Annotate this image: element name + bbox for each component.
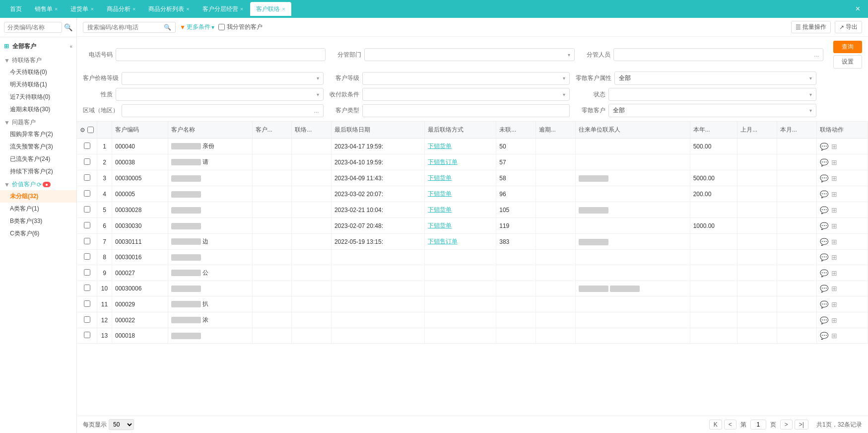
row-checkbox[interactable] (84, 222, 90, 228)
last-page-btn[interactable]: >| (795, 420, 808, 430)
tab-sales[interactable]: 销售单 × (29, 2, 64, 16)
grid-action-icon[interactable]: ⊞ (831, 206, 837, 214)
chat-action-icon[interactable]: 💬 (820, 158, 828, 166)
sidebar-collapse-icon[interactable]: « (69, 44, 72, 49)
row-checkbox[interactable] (84, 174, 90, 181)
person-more-dots[interactable]: ... (814, 51, 819, 58)
tab-purchase[interactable]: 进货单 × (65, 2, 99, 16)
grid-action-icon[interactable]: ⊞ (831, 158, 837, 166)
contact-method-link[interactable]: 下销售订单 (428, 158, 458, 165)
contact-method-link[interactable]: 下销货单 (428, 143, 452, 149)
sidebar-all-customers[interactable]: ⊞ 全部客户 « (0, 39, 76, 54)
batch-operation-btn[interactable]: ☰ 批量操作 (791, 21, 831, 33)
contact-method-link[interactable]: 下销售订单 (428, 238, 458, 245)
contact-method-link[interactable]: 下销货单 (428, 190, 452, 197)
row-checkbox[interactable] (84, 190, 90, 197)
nature-select[interactable]: ▾ (116, 88, 324, 101)
sidebar-item-overdue[interactable]: 逾期未联络(30) (0, 103, 76, 116)
sidebar-item-hoarding[interactable]: 囤购异常客户(2) (0, 128, 76, 141)
settings-icon[interactable]: ⚙ (80, 127, 85, 134)
phone-input[interactable] (116, 48, 326, 61)
chat-action-icon[interactable]: 💬 (820, 316, 828, 324)
sidebar-item-churn-warning[interactable]: 流失预警客户(3) (0, 141, 76, 153)
row-checkbox[interactable] (84, 206, 90, 213)
tab-home[interactable]: 首页 (4, 2, 28, 16)
sidebar-section-waiting[interactable]: ▼ 待联络客户 (0, 54, 76, 66)
payment-select[interactable]: ▾ (362, 88, 570, 101)
sidebar-item-class-c[interactable]: C类客户(6) (0, 227, 76, 240)
row-checkbox[interactable] (84, 269, 90, 276)
sidebar-item-class-b[interactable]: B类客户(33) (0, 215, 76, 227)
tab-product-analysis-close[interactable]: × (133, 6, 135, 12)
query-button[interactable]: 查询 (833, 41, 862, 53)
sidebar-item-tomorrow[interactable]: 明天待联络(1) (0, 78, 76, 91)
chat-action-icon[interactable]: 💬 (820, 285, 828, 292)
tab-customer-contact[interactable]: 客户联络 × (250, 2, 291, 16)
window-close-button[interactable]: × (852, 4, 864, 13)
sidebar-search-icon[interactable]: 🔍 (64, 23, 72, 31)
dept-select[interactable]: ▾ (364, 48, 574, 61)
retail-attr-select[interactable]: 全部 ▾ (614, 72, 816, 85)
prev-page-btn[interactable]: < (724, 420, 736, 430)
chat-action-icon[interactable]: 💬 (820, 238, 828, 246)
tab-customer-contact-close[interactable]: × (282, 6, 285, 12)
per-page-select[interactable]: 50 20 100 (109, 419, 134, 430)
sidebar-item-ungroup[interactable]: 未分组(32) (0, 190, 76, 203)
person-input[interactable]: ... (613, 48, 823, 61)
tab-customer-segment[interactable]: 客户分层经营 × (197, 2, 249, 16)
first-page-btn[interactable]: K (709, 420, 722, 430)
row-checkbox[interactable] (84, 143, 90, 149)
sidebar-item-class-a[interactable]: A类客户(1) (0, 203, 76, 215)
grid-action-icon[interactable]: ⊞ (831, 174, 837, 182)
tab-product-analysis-list-close[interactable]: × (186, 6, 189, 12)
row-checkbox[interactable] (84, 300, 90, 307)
cust-type-input[interactable] (362, 104, 570, 117)
more-conditions-btn[interactable]: ▼ 更多条件 ▾ (180, 23, 214, 31)
price-level-select[interactable]: ▾ (122, 72, 324, 85)
chat-action-icon[interactable]: 💬 (820, 253, 828, 261)
grid-action-icon[interactable]: ⊞ (831, 316, 837, 324)
sidebar-section-value[interactable]: ▼ 价值客户 ⟳ ● (0, 178, 76, 190)
grid-action-icon[interactable]: ⊞ (831, 222, 837, 230)
chat-action-icon[interactable]: 💬 (820, 332, 828, 340)
tab-product-analysis[interactable]: 商品分析 × (101, 2, 141, 16)
grid-action-icon[interactable]: ⊞ (831, 238, 837, 246)
row-checkbox[interactable] (84, 332, 90, 338)
main-search-icon[interactable]: 🔍 (164, 24, 171, 31)
contact-method-link[interactable]: 下销货单 (428, 206, 452, 213)
tab-product-analysis-list[interactable]: 商品分析列表 × (142, 2, 195, 16)
chat-action-icon[interactable]: 💬 (820, 269, 828, 277)
tab-sales-close[interactable]: × (55, 6, 58, 12)
contact-method-link[interactable]: 下销货单 (428, 174, 452, 181)
chat-action-icon[interactable]: 💬 (820, 206, 828, 214)
chat-action-icon[interactable]: 💬 (820, 190, 828, 198)
grid-action-icon[interactable]: ⊞ (831, 143, 837, 150)
region-input[interactable]: ... (122, 104, 324, 117)
sidebar-item-churned[interactable]: 已流失客户(24) (0, 153, 76, 165)
sidebar-item-7days[interactable]: 近7天待联络(0) (0, 91, 76, 103)
grid-action-icon[interactable]: ⊞ (831, 269, 837, 277)
grid-action-icon[interactable]: ⊞ (831, 253, 837, 261)
my-customers-filter[interactable]: 我分管的客户 (218, 23, 263, 31)
row-checkbox[interactable] (84, 316, 90, 323)
select-all-checkbox[interactable] (87, 127, 94, 133)
contact-method-link[interactable]: 下销货单 (428, 222, 452, 229)
row-checkbox[interactable] (84, 285, 90, 291)
row-checkbox[interactable] (84, 158, 90, 165)
chat-action-icon[interactable]: 💬 (820, 300, 828, 308)
tab-customer-segment-close[interactable]: × (240, 6, 243, 12)
customer-level-select[interactable]: ▾ (362, 72, 570, 85)
sidebar-item-today[interactable]: 今天待联络(0) (0, 66, 76, 78)
grid-action-icon[interactable]: ⊞ (831, 300, 837, 308)
status-select[interactable]: ▾ (608, 88, 816, 101)
chat-action-icon[interactable]: 💬 (820, 222, 828, 230)
retail-cust-select[interactable]: 全部 ▾ (608, 104, 816, 117)
grid-action-icon[interactable]: ⊞ (831, 190, 837, 198)
main-search-input[interactable] (87, 24, 162, 31)
chat-action-icon[interactable]: 💬 (820, 143, 828, 150)
grid-action-icon[interactable]: ⊞ (831, 285, 837, 292)
page-number-input[interactable] (750, 420, 766, 430)
refresh-icon[interactable]: ⟳ (37, 181, 42, 188)
row-checkbox[interactable] (84, 238, 90, 244)
sidebar-section-problem[interactable]: ▼ 问题客户 (0, 116, 76, 128)
